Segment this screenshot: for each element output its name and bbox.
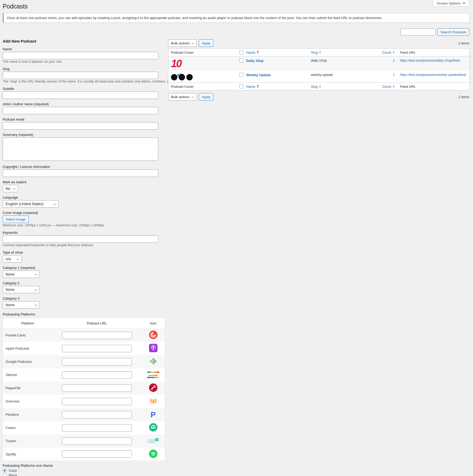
sort-by-count-link[interactable]: Count xyxy=(382,85,395,89)
podcasts-table: Podcast Cover Name Slug Count Feed URL xyxy=(168,48,470,90)
summary-textarea[interactable] xyxy=(3,138,158,161)
podcast-cover-image: 10up xyxy=(171,64,181,68)
content-columns: Add New Podcast Name The name is how it … xyxy=(3,27,470,476)
apply-button[interactable]: Apply xyxy=(199,39,213,47)
podcast-count-link[interactable]: 1 xyxy=(393,58,395,62)
subtitle-field: Subtitle xyxy=(3,87,165,99)
slug-label: Slug xyxy=(3,67,165,71)
apple-podcasts-url-input[interactable] xyxy=(62,345,132,352)
sort-by-slug-link[interactable]: Slug xyxy=(311,85,321,89)
tablenav-bottom: Bulk actions Apply 2 items xyxy=(168,93,470,100)
category1-select[interactable]: None xyxy=(3,271,40,278)
pandora-icon: P xyxy=(151,410,156,419)
bulk-actions-select[interactable]: Bulk actions xyxy=(168,39,197,47)
icon-theme-option-color: Color xyxy=(3,468,165,473)
platform-name: Pandora xyxy=(3,408,53,421)
keywords-input[interactable] xyxy=(3,235,158,243)
google-podcasts-url-input[interactable] xyxy=(62,358,132,365)
screen-options-label: Screen Options xyxy=(437,1,461,5)
platforms-header-row: Platform Podcast URL Icon xyxy=(3,318,165,329)
platform-name: Castro xyxy=(3,421,53,434)
icon-theme-label: Podcasting Platforms icon theme xyxy=(3,464,165,468)
explicit-field: Mark as explicit No xyxy=(3,180,165,192)
keywords-field: Keywords Comma-separated keywords to hel… xyxy=(3,231,165,247)
tunein-url-input[interactable] xyxy=(62,437,132,445)
platform-row-apple-podcasts: Apple Podcasts xyxy=(3,342,165,355)
cover-image-label: Cover image (required) xyxy=(3,211,165,215)
apply-button[interactable]: Apply xyxy=(199,93,213,100)
language-field: Language English (United States) xyxy=(3,195,165,208)
castro-url-input[interactable] xyxy=(62,424,132,432)
category3-label: Category 3 xyxy=(3,296,165,301)
sort-arrows-icon xyxy=(319,85,321,88)
playerfm-icon xyxy=(149,383,157,393)
pandora-url-input[interactable] xyxy=(62,411,132,418)
category2-label: Category 2 xyxy=(3,281,165,285)
pocket-casts-url-input[interactable] xyxy=(62,332,132,339)
stitcher-url-input[interactable] xyxy=(62,371,132,379)
select-image-button[interactable]: Select Image xyxy=(3,216,29,223)
sort-by-count-link[interactable]: Count xyxy=(382,51,395,54)
icon-theme-option-black: Black xyxy=(3,473,165,476)
stitcher-icon: STITCHER xyxy=(147,372,159,378)
overcast-icon xyxy=(149,397,157,406)
podcast-list-panel: Search Podcasts Bulk actions Apply 2 ite… xyxy=(168,27,470,100)
name-label: Name xyxy=(3,47,165,51)
platform-row-spotify: Spotify xyxy=(3,448,165,461)
podcast-feed-url-link[interactable]: https://test.test/podcasts/daily-10up/fe… xyxy=(400,59,460,62)
subtitle-input[interactable] xyxy=(3,91,158,99)
bulk-actions-select[interactable]: Bulk actions xyxy=(168,93,197,100)
podcast-name-link[interactable]: Daily 10up xyxy=(246,59,263,63)
sort-arrows-icon xyxy=(393,51,395,54)
category1-field: Category 1 (required) None xyxy=(3,266,165,278)
playerfm-url-input[interactable] xyxy=(62,385,132,392)
explicit-select[interactable]: No xyxy=(3,185,18,192)
sort-by-name-link[interactable]: Name xyxy=(246,51,259,54)
search-input[interactable] xyxy=(400,29,435,35)
sort-by-name-link[interactable]: Name xyxy=(246,85,259,89)
select-all-checkbox[interactable] xyxy=(239,50,244,54)
screen-options-button[interactable]: Screen Options xyxy=(433,0,469,7)
copyright-input[interactable] xyxy=(3,170,158,177)
select-all-checkbox[interactable] xyxy=(239,84,244,89)
header-podcast-cover: Podcast Cover xyxy=(168,49,237,56)
platform-row-pocket-casts: Pocket Casts xyxy=(3,329,165,342)
type-of-show-selected-value: n/a xyxy=(6,257,11,261)
spotify-url-input[interactable] xyxy=(62,450,132,458)
category3-select[interactable]: None xyxy=(3,301,40,309)
table-header-row: Podcast Cover Name Slug Count Feed URL xyxy=(168,49,470,56)
artist-input[interactable] xyxy=(3,107,158,114)
keywords-label: Keywords xyxy=(3,231,165,235)
select-row-checkbox[interactable] xyxy=(239,58,244,63)
notice-text: Once at least one podcast exists, you ca… xyxy=(7,16,382,20)
overcast-url-input[interactable] xyxy=(62,398,132,405)
podcast-name-link[interactable]: Weekly Update xyxy=(246,73,271,77)
select-row-checkbox[interactable] xyxy=(239,73,244,77)
sort-arrows-icon xyxy=(393,85,395,88)
platforms-table: Platform Podcast URL Icon Pocket Casts xyxy=(3,318,165,461)
artist-label: Artist / Author name (required) xyxy=(3,102,165,106)
items-count: 2 items xyxy=(458,95,470,99)
slug-input[interactable] xyxy=(3,72,158,79)
sort-arrows-icon xyxy=(257,85,259,88)
platform-name: TuneIn xyxy=(3,434,53,448)
artist-field: Artist / Author name (required) xyxy=(3,102,165,114)
podcast-count-link[interactable]: 1 xyxy=(393,73,395,77)
name-input[interactable] xyxy=(3,52,158,59)
search-podcasts-button[interactable]: Search Podcasts xyxy=(438,28,469,36)
sort-by-slug-link[interactable]: Slug xyxy=(311,51,321,54)
category2-select[interactable]: None xyxy=(3,286,40,293)
black-radio[interactable] xyxy=(3,473,7,476)
email-input[interactable] xyxy=(3,122,158,130)
copyright-label: Copyright / License information xyxy=(3,165,165,169)
color-radio[interactable] xyxy=(3,469,7,473)
copyright-field: Copyright / License information xyxy=(3,165,165,177)
table-row-weekly-update: Weekly Update weekly-update 1 https://te… xyxy=(168,71,470,83)
platform-row-google-podcasts: Google Podcasts xyxy=(3,355,165,368)
podcast-feed-url-link[interactable]: https://test.test/podcasts/weekly-update… xyxy=(400,73,466,77)
form-heading: Add New Podcast xyxy=(3,39,165,43)
spotify-icon xyxy=(149,450,157,459)
chevron-down-icon xyxy=(463,3,465,4)
type-of-show-select[interactable]: n/a xyxy=(3,255,22,263)
language-select[interactable]: English (United States) xyxy=(3,200,59,208)
